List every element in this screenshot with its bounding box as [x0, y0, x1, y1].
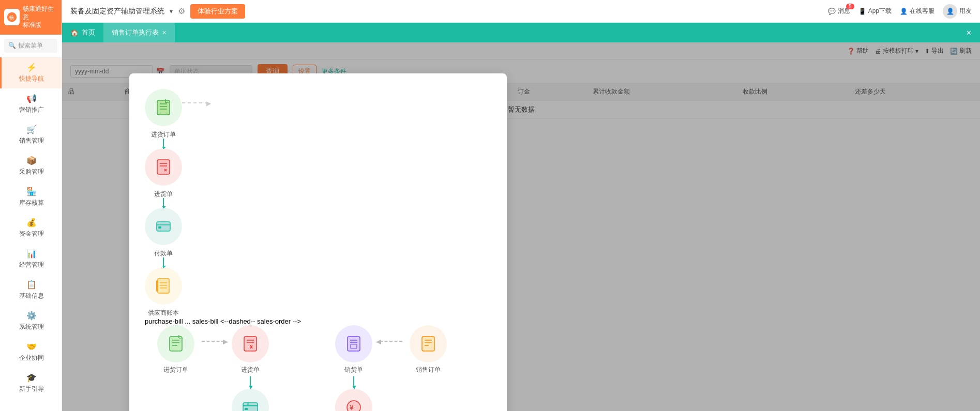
sidebar-item-newbie[interactable]: 🎓 新手引导 [0, 368, 62, 399]
svg-rect-6 [157, 160, 170, 174]
fn-purchase-order[interactable]: 进货订单 [150, 325, 202, 374]
system-icon: ⚙️ [26, 311, 37, 321]
tab-sales-order-exec[interactable]: 销售订单执行表 ✕ [103, 23, 175, 42]
purchase-order-icon [145, 89, 182, 126]
home-icon: 🏠 [70, 29, 79, 37]
dropdown-arrow-icon: ▾ [170, 8, 173, 15]
basic-info-icon: 📋 [26, 280, 37, 290]
payment-label: 付款单 [154, 249, 173, 258]
sales-icon: 🛒 [26, 125, 37, 134]
top-header: 装备及固定资产辅助管理系统 ▾ ⚙ 体验行业方案 💬 消息 5 📱 App下载 [62, 0, 980, 23]
settings-icon[interactable]: ⚙ [178, 6, 185, 16]
supplier-ledger-label: 供应商账本 [148, 309, 179, 317]
quick-nav-modal: 进货订单 进货单 [129, 73, 507, 411]
svg-text:¥: ¥ [246, 401, 250, 406]
main-area: 装备及固定资产辅助管理系统 ▾ ⚙ 体验行业方案 💬 消息 5 📱 App下载 [62, 0, 980, 411]
sidebar: 畅 畅康通好生意 标准版 🔍 搜索菜单 ⚡ 快捷导航 📢 营销推广 🛒 [0, 0, 62, 411]
purchase-order-label: 进货订单 [151, 130, 176, 139]
svg-text:畅: 畅 [9, 15, 13, 20]
flow-section: purchase-bill ... sales-bill <--dashed--… [145, 317, 491, 411]
tab-bar: 🏠 首页 销售订单执行表 ✕ ✕ [62, 23, 980, 42]
sidebar-item-purchase[interactable]: 📦 采购管理 [0, 150, 62, 181]
fn-purchase-bill[interactable]: 进货单 [224, 325, 276, 374]
sidebar-item-finance[interactable]: 💰 资金管理 [0, 212, 62, 243]
purchase-bill-node[interactable]: 进货单 [145, 148, 182, 199]
search-menu-button[interactable]: 🔍 搜索菜单 [4, 39, 57, 53]
service-icon: 👤 [900, 8, 908, 15]
arrow-po-to-pb: ▶ [202, 325, 224, 342]
main-content: ❓ 帮助 🖨 按模板打印 ▾ ⬆ 导出 🔄 刷新 [62, 42, 980, 411]
svg-point-38 [347, 401, 360, 411]
fn-payment[interactable]: ¥ 付款单 [224, 389, 276, 411]
sidebar-item-basic-info[interactable]: 📋 基础信息 [0, 275, 62, 306]
online-service-action[interactable]: 👤 在线客服 [900, 7, 934, 16]
operations-icon: 📊 [26, 249, 37, 258]
flow-diagram: 进货订单 进货单 [145, 89, 491, 317]
purchase-bill-icon [145, 148, 182, 186]
tab-bar-close-icon[interactable]: ✕ [958, 24, 980, 42]
purchase-bill-label: 进货单 [154, 190, 173, 199]
arrow-v-3 [163, 258, 164, 267]
arrow-pb-down: ▼ [224, 376, 276, 387]
message-badge: 5 [846, 4, 854, 9]
app-icon: 📱 [858, 8, 866, 15]
sidebar-item-sales[interactable]: 🛒 销售管理 [0, 119, 62, 150]
finance-icon: 💰 [26, 218, 37, 227]
header-right: 💬 消息 5 📱 App下载 👤 在线客服 👤 用友 [828, 4, 972, 19]
svg-rect-36 [245, 408, 248, 410]
sidebar-nav: ⚡ 快捷导航 📢 营销推广 🛒 销售管理 📦 采购管理 🏪 库存核算 💰 [0, 57, 62, 411]
arrow-v-1 [163, 139, 164, 148]
sidebar-item-marketing[interactable]: 📢 营销推广 [0, 88, 62, 119]
purchase-icon: 📦 [26, 156, 37, 165]
arrow-sb-down: ▼ [328, 376, 380, 387]
experience-button[interactable]: 体验行业方案 [190, 4, 245, 19]
sidebar-item-system[interactable]: ⚙️ 系统管理 [0, 306, 62, 337]
header-left: 装备及固定资产辅助管理系统 ▾ ⚙ 体验行业方案 [70, 4, 245, 19]
svg-rect-26 [348, 337, 360, 351]
fn-receipt[interactable]: ¥ 收款单 [328, 389, 380, 411]
svg-rect-11 [158, 226, 161, 229]
arrow-v-2 [163, 199, 164, 208]
user-action[interactable]: 👤 用友 [943, 4, 972, 19]
svg-rect-13 [156, 280, 158, 292]
search-icon: 🔍 [8, 42, 16, 49]
supplier-ledger-node[interactable]: 供应商账本 [145, 267, 182, 317]
svg-rect-9 [157, 222, 170, 231]
payment-icon [145, 208, 182, 245]
sidebar-search-area: 🔍 搜索菜单 [0, 35, 62, 57]
tab-close-icon[interactable]: ✕ [162, 29, 167, 36]
system-title: 装备及固定资产辅助管理系统 [70, 7, 164, 16]
sidebar-item-inventory[interactable]: 🏪 库存核算 [0, 181, 62, 212]
fn-sales-order[interactable]: 销售订单 [402, 325, 454, 374]
logo-text: 畅康通好生意 标准版 [23, 5, 57, 29]
payment-node[interactable]: 付款单 [145, 208, 182, 258]
tab-home[interactable]: 🏠 首页 [62, 23, 103, 42]
svg-text:¥: ¥ [349, 403, 354, 411]
quick-nav-icon: ⚡ [26, 63, 37, 72]
sidebar-item-operations[interactable]: 📊 经营管理 [0, 243, 62, 275]
svg-rect-30 [422, 337, 434, 351]
sidebar-item-enterprise[interactable]: 🤝 企业协同 [0, 337, 62, 368]
sidebar-item-quick-nav[interactable]: ⚡ 快捷导航 [0, 57, 62, 88]
inventory-icon: 🏪 [26, 187, 37, 196]
arrow-so-to-sb: ◀ [380, 325, 402, 342]
svg-rect-12 [158, 279, 169, 293]
supplier-ledger-icon [145, 267, 182, 305]
newbie-icon: 🎓 [26, 373, 37, 383]
message-action[interactable]: 💬 消息 5 [828, 7, 850, 16]
marketing-icon: 📢 [26, 94, 37, 103]
user-avatar: 👤 [943, 4, 957, 19]
svg-rect-21 [244, 337, 257, 351]
enterprise-icon: 🤝 [26, 342, 37, 352]
fn-sales-bill[interactable]: 销货单 [328, 325, 380, 374]
sidebar-logo[interactable]: 畅 畅康通好生意 标准版 [0, 0, 62, 35]
logo-icon: 畅 [4, 9, 20, 25]
header-dropdown[interactable]: ▾ [170, 8, 173, 15]
dashed-arrow-1: ▶ [182, 102, 208, 103]
app-download-action[interactable]: 📱 App下载 [858, 7, 892, 16]
purchase-order-node[interactable]: 进货订单 [145, 89, 182, 139]
message-icon: 💬 [828, 8, 836, 15]
